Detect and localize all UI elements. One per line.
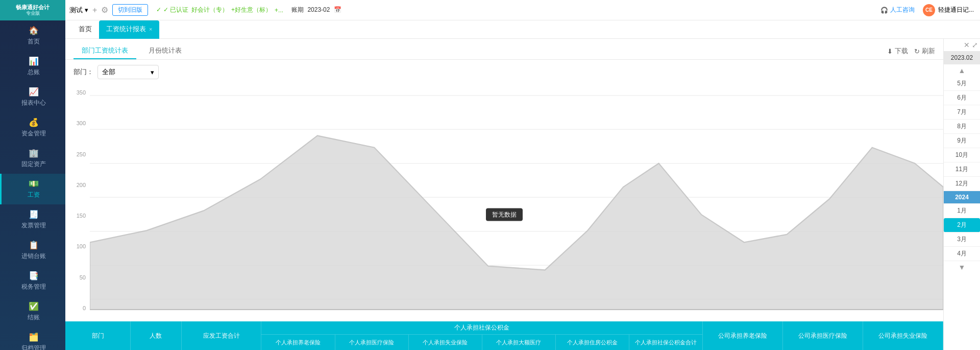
sales-icon: 📋 bbox=[29, 240, 39, 250]
expand-panel-icon[interactable]: ⤢ bbox=[972, 41, 978, 49]
sidebar-item-archive[interactable]: 🗂️ 归档管理 bbox=[0, 327, 65, 350]
th-payroll: 应发工资合计 bbox=[182, 321, 262, 350]
date-month-11[interactable]: 11月 bbox=[944, 162, 980, 177]
th-personal-total: 个人承担社保公积金合计 bbox=[629, 335, 702, 350]
date-month-3[interactable]: 3月 bbox=[944, 232, 980, 247]
sidebar-item-checkout[interactable]: ✅ 结账 bbox=[0, 296, 65, 327]
th-personal-housing: 个人承担住房公积金 bbox=[556, 335, 629, 350]
sidebar-item-label: 资金管理 bbox=[21, 129, 46, 138]
th-dept: 部门 bbox=[65, 321, 131, 350]
period-value: 2023-02 bbox=[307, 6, 330, 13]
date-month-12[interactable]: 12月 bbox=[944, 177, 980, 191]
chart-svg bbox=[90, 84, 943, 321]
sidebar-item-fixed-assets[interactable]: 🏢 固定资产 bbox=[0, 143, 65, 174]
date-month-1[interactable]: 1月 bbox=[944, 204, 980, 218]
sidebar-item-label: 结账 bbox=[28, 313, 40, 322]
reports-icon: 📈 bbox=[29, 87, 39, 97]
sidebar-item-label: 首页 bbox=[28, 37, 40, 46]
download-button[interactable]: ⬇ 下载 bbox=[887, 46, 908, 56]
toolbar-right: ⬇ 下载 ↻ 刷新 bbox=[887, 46, 935, 56]
date-month-10[interactable]: 10月 bbox=[944, 148, 980, 162]
refresh-button[interactable]: ↻ 刷新 bbox=[914, 46, 935, 56]
tab-salary-report[interactable]: 工资统计报表 × bbox=[99, 20, 159, 39]
sidebar-item-label: 工资 bbox=[28, 191, 40, 199]
content-area: 首页 工资统计报表 × 部门工资统计表 月份统计表 bbox=[65, 20, 980, 350]
app-logo: 畅康通好会计 专业版 bbox=[0, 0, 65, 20]
header-tab-dropdown[interactable]: 测试 ▾ bbox=[69, 6, 88, 15]
dropdown-arrow-icon: ▾ bbox=[85, 6, 88, 14]
fixed-assets-icon: 🏢 bbox=[29, 148, 39, 158]
sidebar-item-label: 报表中心 bbox=[21, 99, 46, 107]
dept-select[interactable]: 全部 ▾ bbox=[97, 65, 159, 79]
date-month-9[interactable]: 9月 bbox=[944, 134, 980, 148]
download-icon: ⬇ bbox=[887, 48, 893, 55]
sidebar: 🏠 首页 📊 总账 📈 报表中心 💰 资金管理 🏢 固定资产 💵 工资 🧾 发票… bbox=[0, 20, 65, 350]
date-nav-up[interactable]: ▲ bbox=[944, 64, 980, 77]
header-period: 账期 2023-02 📅 bbox=[291, 6, 341, 14]
logo-line1: 畅康通好会计 bbox=[16, 4, 50, 11]
date-month-5[interactable]: 5月 bbox=[944, 77, 980, 91]
svg-marker-8 bbox=[90, 136, 943, 310]
th-group-personal-cells: 个人承担养老保险 个人承担医疗保险 个人承担失业保险 个人承担大额医疗 bbox=[261, 335, 702, 350]
chevron-down-icon: ▾ bbox=[151, 68, 154, 76]
service-button[interactable]: 🎧 人工咨询 bbox=[880, 6, 915, 14]
tab-close-icon[interactable]: × bbox=[149, 26, 152, 32]
certified-icon: ✓ bbox=[156, 6, 161, 13]
date-month-7[interactable]: 7月 bbox=[944, 105, 980, 120]
right-date-panel: ✕ ⤢ 2023.02 ▲ 5月 6月 7月 bbox=[943, 39, 980, 350]
date-nav-down[interactable]: ▼ bbox=[944, 261, 980, 273]
inner-content: 部门工资统计表 月份统计表 ⬇ 下载 ↻ 刷新 bbox=[65, 39, 980, 350]
switch-old-button[interactable]: 切到旧版 bbox=[112, 4, 148, 16]
th-personal-medical-big: 个人承担大额医疗 bbox=[482, 335, 556, 350]
logo-line2: 专业版 bbox=[16, 11, 50, 16]
tab-bar: 首页 工资统计报表 × bbox=[65, 20, 980, 39]
header-right: 🎧 人工咨询 CE 轻捷通日记... bbox=[880, 4, 974, 16]
y-label-0: 0 bbox=[83, 305, 86, 311]
sub-tab-dept[interactable]: 部门工资统计表 bbox=[74, 43, 136, 59]
sidebar-item-invoice[interactable]: 🧾 发票管理 bbox=[0, 204, 65, 235]
invoice-icon: 🧾 bbox=[29, 209, 39, 219]
avatar: CE bbox=[923, 4, 935, 16]
sidebar-item-tax[interactable]: 📑 税务管理 bbox=[0, 266, 65, 296]
date-month-2-active[interactable]: 2月 bbox=[944, 218, 980, 232]
th-company-medical: 公司承担医疗保险 bbox=[783, 321, 863, 350]
close-panel-icon[interactable]: ✕ bbox=[964, 41, 970, 49]
th-personal-unemployment: 个人承担失业保险 bbox=[409, 335, 482, 350]
settings-icon[interactable]: ⚙ bbox=[101, 5, 108, 15]
sidebar-item-reports[interactable]: 📈 报表中心 bbox=[0, 82, 65, 112]
sidebar-item-funds[interactable]: 💰 资金管理 bbox=[0, 112, 65, 143]
th-group-personal-header: 个人承担社保公积金 bbox=[261, 321, 702, 335]
badge-certified: ✓ ✓ 已认证 bbox=[156, 6, 188, 14]
user-menu[interactable]: CE 轻捷通日记... bbox=[923, 4, 974, 16]
tab-home[interactable]: 首页 bbox=[71, 20, 99, 39]
date-month-6[interactable]: 6月 bbox=[944, 91, 980, 105]
date-month-4[interactable]: 4月 bbox=[944, 247, 980, 261]
headset-icon: 🎧 bbox=[880, 7, 888, 14]
chart-area: 350 300 250 200 150 100 50 0 bbox=[65, 84, 943, 321]
add-icon[interactable]: + bbox=[92, 6, 97, 15]
ledger-icon: 📊 bbox=[29, 56, 39, 66]
th-personal-pension: 个人承担养老保险 bbox=[261, 335, 335, 350]
date-panel-header: 2023.02 bbox=[944, 51, 980, 64]
main-layout: 🏠 首页 📊 总账 📈 报表中心 💰 资金管理 🏢 固定资产 💵 工资 🧾 发票… bbox=[0, 20, 980, 350]
sidebar-item-ledger[interactable]: 📊 总账 bbox=[0, 51, 65, 82]
sidebar-item-salary[interactable]: 💵 工资 bbox=[0, 174, 65, 204]
home-icon: 🏠 bbox=[29, 26, 39, 35]
sidebar-item-label: 总账 bbox=[28, 68, 40, 77]
refresh-icon: ↻ bbox=[914, 48, 920, 55]
date-nav: ▲ 5月 6月 7月 8月 9月 bbox=[944, 64, 980, 273]
archive-icon: 🗂️ bbox=[29, 332, 39, 342]
sub-tab-month[interactable]: 月份统计表 bbox=[140, 43, 190, 59]
date-month-8[interactable]: 8月 bbox=[944, 120, 980, 134]
period-label: 账期 bbox=[291, 6, 304, 13]
header-badges: ✓ ✓ 已认证 好会计（专） +好生意（标） +... bbox=[156, 6, 283, 14]
y-label-350: 350 bbox=[77, 89, 86, 96]
sidebar-item-label: 固定资产 bbox=[21, 160, 46, 169]
dept-label: 部门： bbox=[74, 67, 93, 77]
sidebar-item-sales[interactable]: 📋 进销台账 bbox=[0, 235, 65, 266]
calendar-icon[interactable]: 📅 bbox=[334, 6, 341, 13]
sidebar-item-home[interactable]: 🏠 首页 bbox=[0, 20, 65, 51]
main-panel: 部门工资统计表 月份统计表 ⬇ 下载 ↻ 刷新 bbox=[65, 39, 943, 350]
y-label-100: 100 bbox=[77, 243, 86, 249]
top-header: 畅康通好会计 专业版 测试 ▾ + ⚙ 切到旧版 ✓ ✓ 已认证 好会计（专） … bbox=[0, 0, 980, 20]
